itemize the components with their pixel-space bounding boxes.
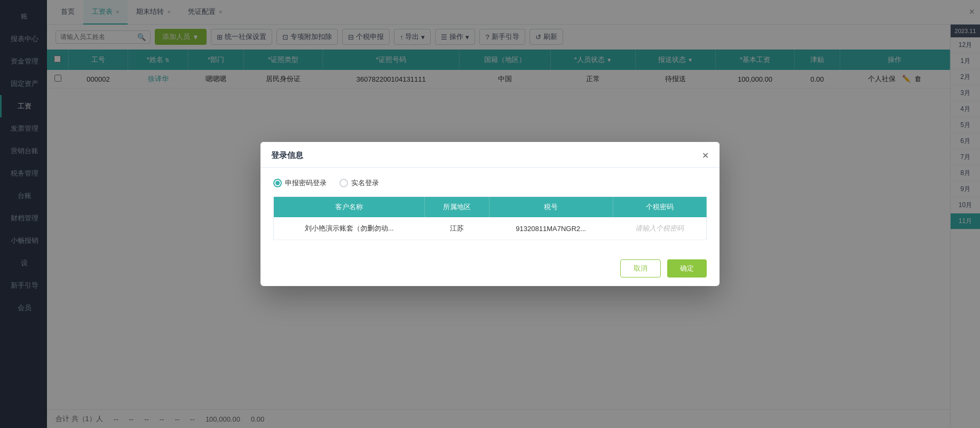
dialog-cell-tax-password: 请输入个税密码 — [613, 217, 706, 240]
dialog-table-row: 刘小艳演示账套（勿删勿动... 江苏 91320811MA7NGR2... 请输… — [274, 217, 707, 240]
radio-realname-login[interactable]: 实名登录 — [339, 178, 379, 188]
dialog-header: 登录信息 ✕ — [260, 142, 720, 168]
dialog-cell-region: 江苏 — [424, 217, 489, 240]
login-type-radio-group: 申报密码登录 实名登录 — [273, 178, 707, 188]
radio-password-circle — [273, 179, 282, 187]
dialog-cell-tax-id: 91320811MA7NGR2... — [489, 217, 613, 240]
confirm-button[interactable]: 确定 — [667, 259, 707, 278]
dialog-col-tax-id: 税号 — [489, 197, 613, 218]
dialog-title: 登录信息 — [271, 150, 303, 161]
tax-password-placeholder: 请输入个税密码 — [635, 224, 684, 232]
client-table: 客户名称 所属地区 税号 个税密码 刘小艳演示账套（勿删勿动... 江苏 913… — [273, 196, 707, 240]
radio-password-login[interactable]: 申报密码登录 — [273, 178, 327, 188]
dialog-close-button[interactable]: ✕ — [702, 150, 709, 161]
login-dialog: 登录信息 ✕ 申报密码登录 实名登录 客户名称 — [260, 142, 720, 286]
dialog-footer: 取消 确定 — [260, 251, 720, 286]
dialog-body: 申报密码登录 实名登录 客户名称 所属地区 税号 个税密码 — [260, 168, 720, 251]
dialog-col-region: 所属地区 — [424, 197, 489, 218]
radio-realname-circle — [339, 179, 348, 187]
dialog-col-tax-password: 个税密码 — [613, 197, 706, 218]
dialog-cell-client-name: 刘小艳演示账套（勿删勿动... — [274, 217, 425, 240]
cancel-button[interactable]: 取消 — [620, 259, 661, 278]
dialog-col-client-name: 客户名称 — [274, 197, 425, 218]
dialog-overlay: 登录信息 ✕ 申报密码登录 实名登录 客户名称 — [0, 0, 980, 428]
